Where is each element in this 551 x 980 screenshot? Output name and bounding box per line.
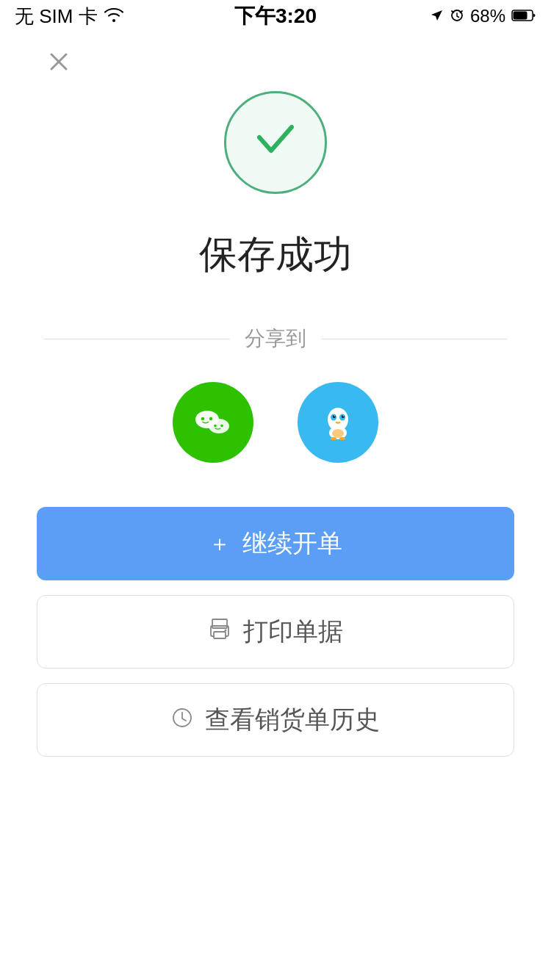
action-buttons: ＋ 继续开单 打印单据 查看销货单历史 (0, 507, 551, 757)
share-icons (173, 382, 378, 463)
clock-icon (171, 707, 193, 734)
qq-share-button[interactable] (298, 382, 378, 463)
share-label: 分享到 (245, 325, 306, 353)
share-section: 分享到 (0, 325, 551, 463)
svg-point-19 (332, 429, 344, 438)
status-bar: 无 SIM 卡 下午3:20 68% (0, 0, 551, 32)
divider-left (44, 339, 230, 339)
svg-point-16 (334, 415, 336, 417)
wifi-icon (104, 6, 124, 26)
svg-point-7 (209, 417, 212, 419)
svg-point-17 (343, 415, 345, 417)
svg-rect-2 (514, 12, 527, 20)
history-label: 查看销货单历史 (205, 703, 380, 737)
status-time: 下午3:20 (234, 2, 317, 30)
battery-label: 68% (470, 6, 505, 26)
svg-point-21 (339, 437, 345, 440)
success-title: 保存成功 (199, 229, 352, 281)
svg-point-25 (225, 629, 227, 631)
history-button[interactable]: 查看销货单历史 (37, 683, 514, 757)
continue-label: 继续开单 (242, 527, 342, 561)
print-button[interactable]: 打印单据 (37, 595, 514, 669)
continue-button[interactable]: ＋ 继续开单 (37, 507, 514, 580)
alarm-icon (450, 6, 464, 26)
wechat-share-button[interactable] (173, 382, 253, 463)
svg-point-20 (331, 437, 336, 440)
svg-point-8 (209, 419, 229, 433)
print-label: 打印单据 (243, 615, 343, 649)
svg-rect-24 (214, 632, 226, 638)
svg-point-9 (214, 424, 217, 427)
status-left: 无 SIM 卡 (15, 4, 124, 29)
success-indicator (224, 91, 327, 194)
main-content: 保存成功 分享到 (0, 32, 551, 757)
svg-rect-22 (212, 619, 227, 628)
battery-icon (511, 6, 536, 26)
checkmark-icon (249, 111, 302, 172)
share-divider: 分享到 (0, 325, 551, 353)
svg-point-6 (201, 417, 204, 419)
print-icon (208, 619, 231, 646)
location-icon (431, 6, 444, 26)
close-button[interactable] (37, 40, 81, 84)
sim-label: 无 SIM 卡 (15, 4, 98, 29)
divider-right (321, 339, 507, 339)
svg-point-10 (220, 424, 223, 427)
status-right: 68% (431, 6, 536, 26)
plus-icon: ＋ (209, 529, 231, 559)
